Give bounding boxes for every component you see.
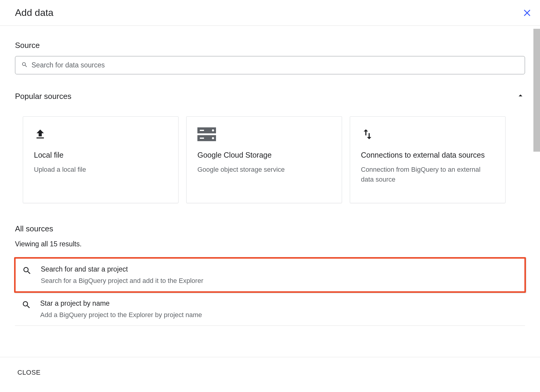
page-title: Add data	[15, 7, 53, 18]
svg-rect-5	[200, 130, 204, 131]
results-count-text: Viewing all 15 results.	[15, 240, 525, 248]
popular-sources-toggle[interactable]: Popular sources	[15, 91, 525, 101]
card-desc: Google object storage service	[197, 165, 331, 174]
svg-point-4	[212, 129, 214, 132]
source-label: Source	[15, 41, 525, 50]
card-title: Connections to external data sources	[361, 150, 494, 160]
close-icon[interactable]	[523, 8, 532, 17]
all-sources-label: All sources	[15, 224, 525, 233]
search-icon	[22, 300, 31, 311]
swap-vert-icon	[361, 127, 494, 141]
card-google-cloud-storage[interactable]: Google Cloud Storage Google object stora…	[186, 116, 342, 203]
close-button[interactable]: CLOSE	[17, 369, 40, 376]
svg-point-6	[212, 137, 214, 139]
source-search-box[interactable]	[15, 56, 525, 74]
upload-icon	[34, 127, 167, 141]
list-item-title: Search for and star a project	[41, 265, 203, 273]
list-item-title: Star a project by name	[40, 299, 202, 307]
card-local-file[interactable]: Local file Upload a local file	[23, 116, 178, 203]
list-item-desc: Search for a BigQuery project and add it…	[41, 277, 203, 285]
search-icon	[22, 266, 32, 277]
source-search-input[interactable]	[32, 61, 519, 69]
card-title: Google Cloud Storage	[197, 150, 331, 160]
card-desc: Connection from BigQuery to an external …	[361, 165, 494, 184]
list-item-search-star-project[interactable]: Search for and star a project Search for…	[14, 257, 526, 293]
card-desc: Upload a local file	[34, 165, 167, 174]
list-item-star-project-by-name[interactable]: Star a project by name Add a BigQuery pr…	[15, 293, 525, 326]
svg-rect-7	[200, 138, 204, 139]
scrollbar-thumb[interactable]	[533, 29, 540, 152]
list-item-desc: Add a BigQuery project to the Explorer b…	[40, 311, 202, 319]
popular-sources-label: Popular sources	[15, 92, 71, 101]
storage-icon	[197, 127, 331, 141]
chevron-up-icon	[516, 91, 525, 101]
search-icon	[21, 61, 28, 69]
card-external-connections[interactable]: Connections to external data sources Con…	[350, 116, 506, 203]
card-title: Local file	[34, 150, 167, 160]
